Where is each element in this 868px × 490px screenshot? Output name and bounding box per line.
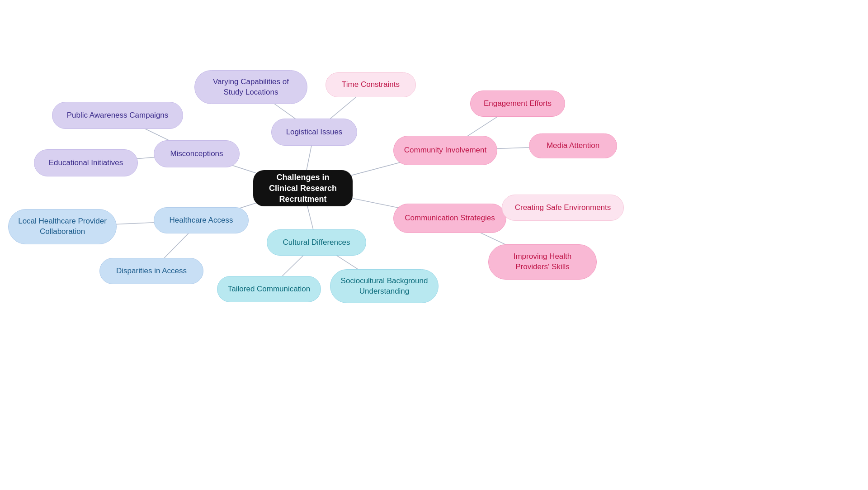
- disparities-node: Disparities in Access: [99, 258, 203, 284]
- varying-cap-node: Varying Capabilities of Study Locations: [194, 70, 307, 104]
- media-attention-node: Media Attention: [529, 133, 617, 158]
- engagement-efforts-node: Engagement Efforts: [470, 90, 565, 117]
- public-awareness-node: Public Awareness Campaigns: [52, 102, 183, 129]
- misconceptions-node: Misconceptions: [154, 140, 240, 167]
- creating-safe-node: Creating Safe Environments: [502, 195, 624, 221]
- logistical-node: Logistical Issues: [271, 119, 357, 146]
- cultural-diff-node: Cultural Differences: [267, 229, 366, 256]
- community-involve-node: Community Involvement: [393, 136, 497, 165]
- improving-health-node: Improving Health Providers' Skills: [488, 244, 597, 280]
- educational-node: Educational Initiatives: [34, 149, 138, 176]
- time-constraints-node: Time Constraints: [326, 72, 416, 97]
- local-healthcare-node: Local Healthcare Provider Collaboration: [8, 209, 117, 244]
- healthcare-access-node: Healthcare Access: [154, 207, 249, 233]
- center-node: Challenges in Clinical Research Recruitm…: [253, 170, 353, 206]
- tailored-comm-node: Tailored Communication: [217, 276, 321, 302]
- comm-strategies-node: Communication Strategies: [393, 204, 506, 233]
- socio-background-node: Sociocultural Background Understanding: [330, 269, 439, 303]
